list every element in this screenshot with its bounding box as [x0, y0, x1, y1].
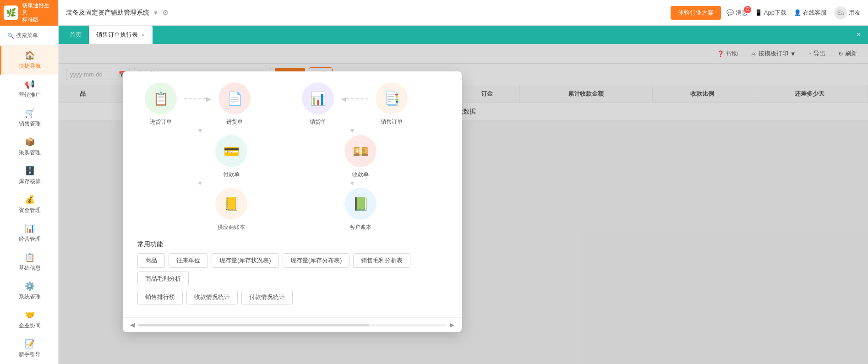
purchase-icon: 📦: [25, 137, 35, 147]
func-btn-receipt-stats[interactable]: 收款情况统计: [186, 290, 238, 304]
flow-node-purchase-order[interactable]: 📋 进货订单: [145, 82, 177, 126]
popup-overlay: 📋 进货订单 ▶: [59, 44, 868, 364]
flow-node-sales-bill[interactable]: 📊 销货单: [302, 82, 334, 126]
operations-icon: 📊: [25, 223, 35, 234]
topbar: 装备及固定资产辅助管理系统 ▼ ⚙ 体验行业方案 💬 消息 5 📱 App下载 …: [59, 0, 868, 26]
flow-node-supplier-book[interactable]: 📒 供应商账本: [215, 188, 247, 231]
func-btn-contacts[interactable]: 往来单位: [169, 253, 208, 268]
user-avatar: Ea: [834, 6, 847, 19]
sidebar-nav: 🏠 快捷导航 📢 营销推广 🛒 销售管理 📦 采购管理 🗄️ 库存核算 💰: [0, 46, 58, 364]
flow-diagram: 📋 进货订单 ▶: [137, 82, 447, 231]
flow-node-sales-order[interactable]: 📑 销售订单: [376, 82, 408, 126]
purchase-order-icon: 📋: [145, 82, 177, 114]
sidebar-item-operations[interactable]: 📊 经营管理: [0, 219, 58, 248]
tabbar: 首页 销售订单执行表 × ×: [59, 26, 868, 44]
trial-button[interactable]: 体验行业方案: [671, 6, 721, 20]
message-badge: 5: [744, 6, 751, 13]
basic-info-icon: 📋: [25, 252, 35, 262]
tab-home[interactable]: 首页: [62, 26, 89, 44]
tab-sales-order[interactable]: 销售订单执行表 ×: [89, 26, 153, 44]
sidebar: 🌿 畅康通好生意 标准版 🔍 搜索菜单 🏠 快捷导航 📢 营销推广 🛒: [0, 0, 59, 364]
sidebar-item-finance[interactable]: 💰 资金管理: [0, 190, 58, 219]
sidebar-logo: 🌿 畅康通好生意 标准版: [0, 0, 58, 26]
customer-book-icon: 📗: [344, 188, 377, 220]
finance-icon: 💰: [25, 195, 35, 205]
sidebar-item-basic-info[interactable]: 📋 基础信息: [0, 248, 58, 277]
search-menu-button[interactable]: 🔍 搜索菜单: [4, 29, 55, 42]
sidebar-item-sales-mgmt[interactable]: 🛒 销售管理: [0, 103, 58, 132]
new-guide-icon: 📝: [25, 339, 35, 349]
flow-node-purchase-bill[interactable]: 📄 进货单: [218, 82, 251, 126]
flow-node-customer-book[interactable]: 📗 客户账本: [344, 188, 377, 231]
enterprise-icon: 🤝: [25, 310, 35, 320]
app-download-action[interactable]: 📱 App下载: [755, 9, 786, 17]
func-btn-sales-profit[interactable]: 销售毛利分析表: [353, 253, 410, 268]
page-area: ❓ 帮助 🖨 按模板打印 ▼ ↑ 导出 ↻ 刷新: [59, 44, 868, 364]
flow-node-payment-bill[interactable]: 💳 付款单: [215, 135, 247, 179]
user-action[interactable]: Ea 用友: [834, 6, 861, 19]
function-buttons-row2: 销售排行榜 收款情况统计 付款情况统计: [137, 290, 447, 304]
func-btn-product-profit[interactable]: 商品毛利分析: [137, 272, 189, 286]
marketing-icon: 📢: [25, 79, 35, 89]
sidebar-item-new-guide[interactable]: 📝 新手引导: [0, 334, 58, 363]
sidebar-item-sys-mgmt[interactable]: ⚙️ 系统管理: [0, 277, 58, 305]
scroll-right-arrow[interactable]: ▶: [450, 321, 454, 328]
func-btn-stock-dist[interactable]: 现存量(库存分布表): [283, 253, 350, 268]
sidebar-item-marketing[interactable]: 📢 营销推广: [0, 75, 58, 103]
func-btn-sales-rank[interactable]: 销售排行榜: [137, 290, 183, 304]
topbar-title-area: 装备及固定资产辅助管理系统 ▼ ⚙: [66, 8, 665, 17]
supplier-book-icon: 📒: [215, 188, 247, 220]
receipt-bill-icon: 💴: [344, 135, 377, 167]
inventory-icon: 🗄️: [25, 166, 35, 176]
sidebar-search-area: 🔍 搜索菜单: [0, 26, 58, 46]
sales-order-icon: 📑: [376, 82, 408, 114]
sys-mgmt-icon: ⚙️: [25, 281, 35, 291]
system-dropdown-icon[interactable]: ▼: [153, 10, 158, 16]
logo-icon: 🌿: [4, 5, 18, 20]
search-icon: 🔍: [7, 33, 14, 39]
system-name: 装备及固定资产辅助管理系统: [66, 9, 149, 17]
settings-gear-icon[interactable]: ⚙: [162, 8, 169, 17]
function-buttons-row1: 商品 往来单位 现存量(库存状况表) 现存量(库存分布表) 销售毛利分析表 商品…: [137, 253, 447, 286]
sidebar-item-purchase-mgmt[interactable]: 📦 采购管理: [0, 132, 58, 161]
flow-node-receipt-bill[interactable]: 💴 收款单: [344, 135, 377, 179]
tab-close-icon[interactable]: ×: [141, 32, 145, 38]
logo-text: 畅康通好生意 标准版: [22, 2, 55, 24]
sidebar-item-quick-nav[interactable]: 🏠 快捷导航: [0, 46, 58, 75]
popup-scrollbar: ◀ ▶: [123, 317, 462, 332]
sales-bill-icon: 📊: [302, 82, 334, 114]
func-btn-payment-stats[interactable]: 付款情况统计: [241, 290, 293, 304]
func-btn-product[interactable]: 商品: [137, 253, 165, 268]
sales-icon: 🛒: [25, 108, 35, 118]
topbar-actions: 💬 消息 5 📱 App下载 👤 在线客服 Ea 用友: [726, 6, 861, 19]
service-icon: 👤: [794, 9, 801, 16]
func-btn-stock-status[interactable]: 现存量(库存状况表): [212, 253, 279, 268]
popup-content: 📋 进货订单 ▶: [123, 71, 462, 312]
scrollbar-thumb[interactable]: [138, 324, 369, 326]
purchase-bill-icon: 📄: [218, 82, 251, 114]
quick-nav-popup: 📋 进货订单 ▶: [123, 71, 462, 332]
home-icon: 🏠: [25, 50, 35, 60]
main-content: 装备及固定资产辅助管理系统 ▼ ⚙ 体验行业方案 💬 消息 5 📱 App下载 …: [59, 0, 868, 364]
tab-close-all-icon[interactable]: ×: [853, 31, 864, 39]
scroll-left-arrow[interactable]: ◀: [130, 321, 135, 328]
message-action[interactable]: 💬 消息 5: [726, 9, 748, 17]
payment-bill-icon: 💳: [215, 135, 247, 167]
online-service-action[interactable]: 👤 在线客服: [794, 9, 827, 17]
message-icon: 💬: [726, 9, 734, 16]
sidebar-item-enterprise[interactable]: 🤝 企业协同: [0, 305, 58, 334]
sidebar-item-inventory[interactable]: 🗄️ 库存核算: [0, 161, 58, 190]
common-functions-section: 常用功能 商品 往来单位 现存量(库存状况表) 现存量(库存分布表) 销售毛利分…: [137, 240, 447, 304]
download-icon: 📱: [755, 9, 762, 16]
common-functions-title: 常用功能: [137, 240, 447, 249]
